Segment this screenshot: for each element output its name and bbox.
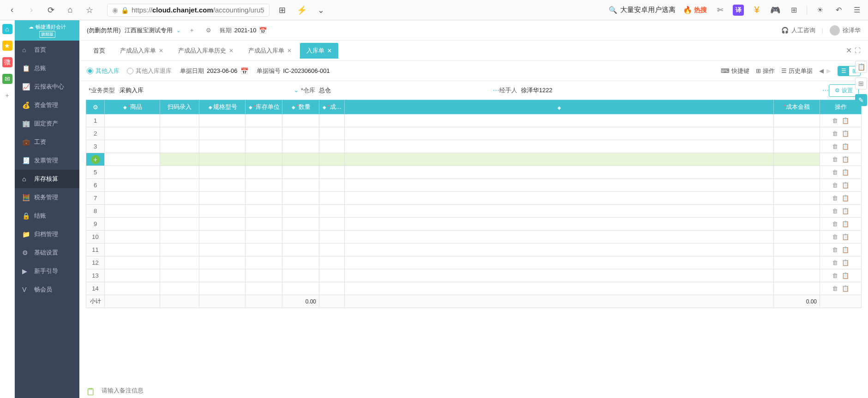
table-row[interactable]: 11🗑📋: [86, 244, 862, 256]
delete-row-icon[interactable]: 🗑: [830, 169, 840, 176]
settings-icon[interactable]: ⚙: [203, 25, 214, 36]
right-tool-1[interactable]: 📋: [855, 61, 867, 73]
copy-row-icon[interactable]: 📋: [840, 130, 851, 137]
sidebar-item-7[interactable]: ⌂库存核算: [15, 170, 79, 188]
tab-home[interactable]: 首页: [87, 43, 112, 59]
handler-field[interactable]: 经手人 徐泽华1222 ⋯: [499, 86, 829, 95]
right-tool-2[interactable]: ⊞: [855, 77, 867, 89]
table-row[interactable]: 7🗑📋: [86, 192, 862, 205]
copy-row-icon[interactable]: 📋: [840, 272, 851, 279]
scissors-icon[interactable]: ✄: [714, 5, 725, 16]
radio-other-in-return[interactable]: 其他入库退库: [127, 67, 172, 75]
help-link[interactable]: 🎧 人工咨询: [781, 26, 815, 35]
delete-row-icon[interactable]: 🗑: [830, 156, 840, 163]
calendar-icon[interactable]: 📅: [259, 27, 267, 34]
calendar-icon[interactable]: 📅: [240, 67, 248, 75]
delete-row-icon[interactable]: 🗑: [830, 182, 840, 189]
mini-icon-weibo[interactable]: 微: [2, 57, 12, 67]
mini-icon-home[interactable]: ⌂: [2, 24, 12, 34]
th-gear[interactable]: ⚙: [86, 100, 105, 114]
th-goods[interactable]: ◆*商品: [105, 100, 160, 114]
sidebar-item-12[interactable]: ▶新手引导: [15, 262, 79, 280]
menu-icon[interactable]: ☰: [851, 5, 862, 16]
translate-icon[interactable]: 译: [733, 5, 744, 16]
remark-input[interactable]: [102, 385, 240, 396]
view-list[interactable]: ☰: [838, 66, 849, 76]
delete-row-icon[interactable]: 🗑: [830, 246, 840, 253]
sidebar-item-4[interactable]: 🏢固定资产: [15, 114, 79, 133]
sidebar-item-5[interactable]: 💼工资: [15, 133, 79, 151]
flash-icon[interactable]: ⚡: [295, 4, 308, 17]
table-row[interactable]: 1🗑📋: [86, 114, 862, 127]
trending-search[interactable]: 🔍 大量安卓用户逃离: [609, 6, 676, 14]
table-row[interactable]: 2🗑📋: [86, 127, 862, 140]
tab-2[interactable]: 产成品入库单✕: [242, 43, 298, 59]
mini-icon-add[interactable]: +: [2, 90, 12, 101]
close-icon[interactable]: ✕: [229, 48, 233, 54]
tab-1[interactable]: 产成品入库单历史✕: [172, 43, 240, 59]
delete-row-icon[interactable]: 🗑: [830, 220, 840, 227]
th-spec[interactable]: ◆规格型号: [199, 100, 245, 114]
more-icon[interactable]: ⋯: [822, 87, 829, 94]
radio-other-in[interactable]: 其他入库: [87, 67, 120, 75]
copy-row-icon[interactable]: 📋: [840, 285, 851, 292]
hot-search-badge[interactable]: 🔥 热搜: [683, 6, 707, 14]
table-row[interactable]: 13🗑📋: [86, 269, 862, 282]
copy-row-icon[interactable]: 📋: [840, 143, 851, 150]
delete-row-icon[interactable]: 🗑: [830, 208, 840, 214]
th-cost[interactable]: ◆*成…: [319, 100, 345, 114]
doc-date-field[interactable]: 单据日期 2023-06-06 📅: [180, 67, 248, 75]
th-unit[interactable]: ◆*库存单位: [245, 100, 282, 114]
biztype-field[interactable]: *业务类型 采购入库: [89, 84, 301, 97]
table-row[interactable]: 10🗑📋: [86, 231, 862, 244]
apps-icon[interactable]: ⊞: [788, 5, 799, 16]
sidebar-item-1[interactable]: 📋总账: [15, 59, 79, 77]
sidebar-item-3[interactable]: 💰资金管理: [15, 96, 79, 114]
table-row[interactable]: 5🗑📋: [86, 166, 862, 179]
sidebar-item-8[interactable]: 🧮税务管理: [15, 188, 79, 207]
tab-0[interactable]: 产成品入库单✕: [114, 43, 170, 59]
table-row[interactable]: 6🗑📋: [86, 179, 862, 192]
site-info-icon[interactable]: ◉: [112, 6, 118, 14]
history-link[interactable]: ☰历史单据: [781, 67, 813, 75]
copy-row-icon[interactable]: 📋: [840, 246, 851, 253]
next-doc-button[interactable]: ▶: [826, 67, 831, 74]
copy-row-icon[interactable]: 📋: [840, 156, 851, 163]
sidebar-item-2[interactable]: 📈云报表中心: [15, 77, 79, 96]
sidebar-item-0[interactable]: ⌂首页: [15, 41, 79, 59]
shortcut-link[interactable]: ⌨快捷键: [721, 67, 749, 75]
url-bar[interactable]: ◉ 🔒 https://cloud.chanjet.com/accounting…: [107, 4, 269, 17]
add-button[interactable]: +: [186, 25, 198, 36]
url-dropdown-icon[interactable]: ⌄: [315, 4, 328, 17]
goods-cell[interactable]: [105, 153, 160, 166]
close-icon[interactable]: ✕: [287, 48, 292, 54]
th-amount[interactable]: *成本金额: [774, 100, 820, 114]
sidebar-item-9[interactable]: 🔒结账: [15, 207, 79, 225]
copy-row-icon[interactable]: 📋: [840, 195, 851, 202]
biztype-combo[interactable]: 采购入库: [119, 84, 301, 97]
th-scan[interactable]: 扫码录入: [160, 100, 199, 114]
copy-row-icon[interactable]: 📋: [840, 208, 851, 214]
wallet-icon[interactable]: ¥: [751, 5, 762, 16]
right-tool-3[interactable]: ✎: [855, 94, 867, 106]
theme-icon[interactable]: ☀: [814, 5, 826, 16]
more-icon[interactable]: ⋯: [493, 87, 499, 94]
delete-row-icon[interactable]: 🗑: [830, 285, 840, 292]
table-row[interactable]: 9🗑📋: [86, 218, 862, 231]
qr-icon[interactable]: ⊞: [276, 4, 289, 17]
copy-row-icon[interactable]: 📋: [840, 182, 851, 189]
sidebar-item-11[interactable]: ⚙基础设置: [15, 244, 79, 262]
sidebar-item-6[interactable]: 🧾发票管理: [15, 151, 79, 170]
table-row[interactable]: +🗑📋: [86, 153, 862, 166]
th-qty[interactable]: ◆*数量: [282, 100, 319, 114]
copy-row-icon[interactable]: 📋: [840, 117, 851, 124]
delete-row-icon[interactable]: 🗑: [830, 130, 840, 137]
close-icon[interactable]: ✕: [327, 48, 332, 54]
delete-row-icon[interactable]: 🗑: [830, 195, 840, 202]
org-selector[interactable]: (勿删勿禁用) 江西服宝测试专用 ⌄: [87, 26, 181, 35]
user-menu[interactable]: 徐泽华: [830, 25, 861, 36]
warehouse-field[interactable]: *仓库 总仓 ⋯: [301, 86, 499, 95]
prev-doc-button[interactable]: ◀: [819, 67, 824, 74]
mini-icon-mail[interactable]: ✉: [2, 74, 12, 84]
copy-row-icon[interactable]: 📋: [840, 233, 851, 240]
